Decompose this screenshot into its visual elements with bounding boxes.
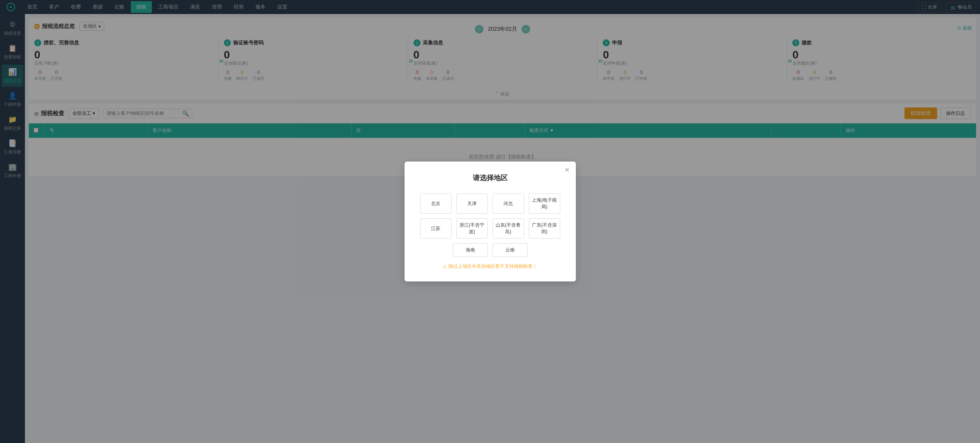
region-btn-beijing[interactable]: 北京: [420, 193, 452, 214]
region-btn-hebei[interactable]: 河北: [493, 193, 524, 214]
modal-title: 请选择地区: [420, 173, 560, 183]
region-btn-jiangsu[interactable]: 江苏: [420, 218, 452, 239]
region-btn-tianjin[interactable]: 天津: [456, 193, 488, 214]
region-btn-guangdong[interactable]: 广东(不含深圳): [529, 218, 560, 239]
modal-overlay[interactable]: ✕ 请选择地区 北京 天津 河北 上海(电子税局) 江苏 浙江(不含宁波) 山东…: [0, 0, 980, 443]
warning-text: 除以上地区外其他地区暂不支持报税检查！: [449, 263, 537, 270]
region-btn-shanghai[interactable]: 上海(电子税局): [529, 193, 560, 214]
modal-close-button[interactable]: ✕: [565, 167, 570, 173]
region-btn-shandong[interactable]: 山东(不含青岛): [493, 218, 524, 239]
region-grid-row2: 江苏 浙江(不含宁波) 山东(不含青岛) 广东(不含深圳): [420, 218, 560, 239]
region-select-modal: ✕ 请选择地区 北京 天津 河北 上海(电子税局) 江苏 浙江(不含宁波) 山东…: [405, 162, 576, 281]
modal-warning: ⚠ 除以上地区外其他地区暂不支持报税检查！: [420, 263, 560, 270]
warning-icon: ⚠: [443, 264, 447, 269]
region-btn-yunnan[interactable]: 云南: [493, 243, 528, 257]
region-btn-hainan[interactable]: 海南: [453, 243, 488, 257]
region-grid-row1: 北京 天津 河北 上海(电子税局): [420, 193, 560, 214]
region-grid-row3: 海南 云南: [420, 243, 560, 257]
region-btn-zhejiang[interactable]: 浙江(不含宁波): [456, 218, 488, 239]
